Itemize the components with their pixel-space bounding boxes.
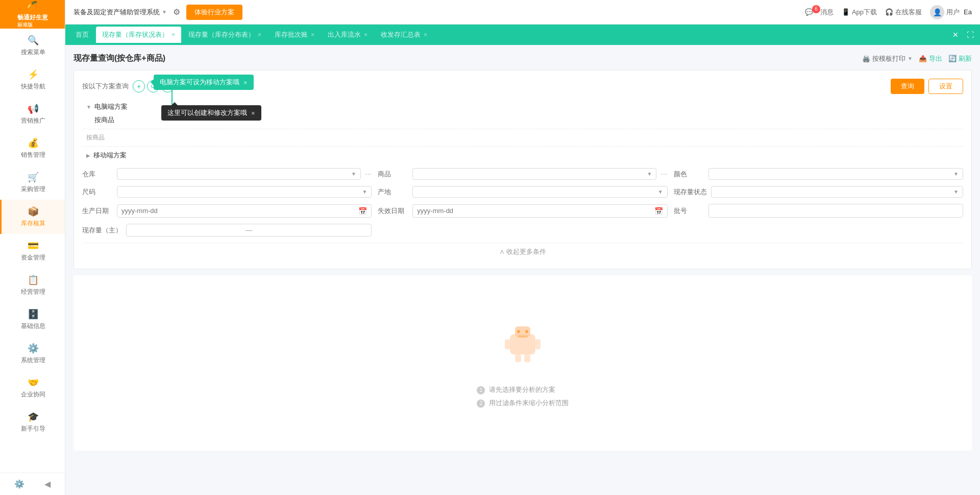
empty-step2: 2 用过滤条件来缩小分析范围	[477, 396, 569, 410]
sidebar-menu-newbie[interactable]: 🎓 新手引导	[0, 405, 65, 439]
messages-action[interactable]: 💬 6 消息	[805, 8, 834, 17]
page-header: 现存量查询(按仓库+商品) 🖨️ 按模板打印 ▼ 📤 导出 🔄 刷新	[74, 53, 972, 64]
basic-icon: 🗄️	[28, 309, 39, 320]
filter-inventory-qty: 现存量（主） —	[82, 224, 372, 237]
app-download-action[interactable]: 📱 App下载	[842, 8, 877, 17]
close-all-tabs-icon[interactable]: ✕	[950, 29, 961, 41]
tab-batch-ledger[interactable]: 库存批次账 ×	[268, 27, 321, 43]
svg-point-3	[525, 330, 528, 333]
goods-more-icon[interactable]: ···	[660, 170, 667, 179]
system-selector[interactable]: 装备及固定资产辅助管理系统 ▼	[74, 8, 167, 17]
finance-icon: 💳	[28, 240, 39, 251]
calendar-icon-to[interactable]: 📅	[654, 207, 663, 215]
popover-scheme: 电脑方案可设为移动方案哦 ×	[154, 75, 254, 90]
industry-btn[interactable]: 体验行业方案	[186, 5, 242, 20]
empty-illustration	[497, 316, 548, 375]
set-btn[interactable]: 设置	[928, 79, 963, 94]
origin-select[interactable]: ▼	[412, 186, 667, 198]
scheme-mobile[interactable]: ▶ 移动端方案	[82, 149, 963, 162]
sidebar-menu-finance[interactable]: 💳 资金管理	[0, 234, 65, 268]
tab-inventory-status-close[interactable]: ×	[172, 31, 175, 38]
inventory-qty-to[interactable]	[254, 226, 367, 234]
size-select[interactable]: ▼	[117, 186, 372, 198]
sidebar-menu-quick[interactable]: ⚡ 快捷导航	[0, 63, 65, 97]
sidebar-menu-basic[interactable]: 🗄️ 基础信息	[0, 302, 65, 337]
tab-inventory-dist[interactable]: 现存量（库存分布表） ×	[182, 27, 267, 43]
inventory-status-select[interactable]: ▼	[711, 186, 963, 198]
sidebar-menu-enterprise[interactable]: 🤝 企业协同	[0, 371, 65, 405]
expand-tab-icon[interactable]: ⛶	[965, 29, 976, 41]
tab-inventory-status[interactable]: 现存量（库存状况表） ×	[96, 27, 181, 43]
sales-icon: 💰	[28, 137, 39, 149]
sidebar-menu-inventory[interactable]: 📦 库存核算	[0, 200, 65, 234]
expand-desktop-icon: ▼	[86, 104, 91, 110]
search-icon: 🔍	[28, 35, 39, 46]
print-btn[interactable]: 🖨️ 按模板打印 ▼	[862, 54, 913, 63]
goods-select[interactable]: ▼	[412, 168, 656, 180]
tab-in-out-flow[interactable]: 出入库流水 ×	[322, 27, 374, 43]
tab-batch-ledger-close[interactable]: ×	[311, 31, 314, 38]
collapse-sidebar-icon[interactable]: ◀	[44, 479, 51, 489]
add-scheme-icon[interactable]: +	[133, 80, 145, 92]
filter-row-3: 生产日期 📅 失效日期 📅 批号	[82, 204, 963, 218]
production-date-from-input[interactable]	[121, 207, 358, 215]
expiry-date-input-field[interactable]	[417, 207, 654, 215]
production-date-from[interactable]: 📅	[117, 204, 372, 218]
tabbar: 首页 现存量（库存状况表） × 现存量（库存分布表） × 库存批次账 × 出入库…	[65, 25, 980, 45]
query-btn[interactable]: 查询	[891, 79, 924, 94]
inventory-qty-range: —	[126, 224, 372, 237]
system-dropdown-icon: ▼	[162, 9, 167, 15]
filter-area: 按以下方案查询 + ↺ ← 电脑方案可设为移动方案哦 × 这里可以创建和修改方案…	[74, 70, 972, 269]
sidebar-menu-sales[interactable]: 💰 销售管理	[0, 131, 65, 166]
topbar-right: 💬 6 消息 📱 App下载 🎧 在线客服 👤 用户 Ea	[805, 5, 972, 19]
content-area: 现存量查询(按仓库+商品) 🖨️ 按模板打印 ▼ 📤 导出 🔄 刷新	[65, 45, 980, 495]
print-icon: 🖨️	[862, 55, 870, 62]
filter-batch-no: 批号	[674, 204, 963, 218]
operations-icon: 📋	[28, 274, 39, 286]
svg-rect-8	[524, 355, 530, 362]
inventory-qty-from[interactable]	[131, 226, 243, 234]
popover-create-close[interactable]: ×	[251, 109, 255, 117]
sidebar-menu-operations[interactable]: 📋 经营管理	[0, 268, 65, 302]
sidebar-menu-system[interactable]: ⚙️ 系统管理	[0, 337, 65, 371]
print-dropdown-icon: ▼	[908, 56, 913, 61]
color-select[interactable]: ▼	[708, 168, 963, 180]
svg-rect-6	[535, 339, 541, 349]
topbar: 装备及固定资产辅助管理系统 ▼ ⚙ 体验行业方案 💬 6 消息 📱 App下载 …	[65, 0, 980, 25]
warehouse-select[interactable]: ▼	[117, 168, 361, 180]
filter-goods: 商品 ▼ ···	[378, 168, 667, 180]
phone-icon: 📱	[842, 8, 850, 16]
svg-rect-5	[505, 339, 510, 349]
calendar-icon-from[interactable]: 📅	[358, 207, 367, 215]
export-btn[interactable]: 📤 导出	[919, 54, 942, 63]
user-action[interactable]: 👤 用户 Ea	[930, 5, 972, 19]
tab-collection-summary[interactable]: 收发存汇总表 ×	[375, 27, 433, 43]
filter-production-date: 生产日期 📅	[82, 204, 372, 218]
tab-collection-summary-close[interactable]: ×	[424, 31, 427, 38]
svg-rect-7	[515, 355, 521, 362]
sidebar-menu-marketing[interactable]: 📢 营销推广	[0, 97, 65, 131]
online-support-action[interactable]: 🎧 在线客服	[885, 8, 922, 17]
collapse-bar[interactable]: ∧ 收起更多条件	[82, 243, 963, 261]
filter-row-2: 尺码 ▼ 产地 ▼ 现存量状态	[82, 186, 963, 198]
batch-no-input[interactable]	[708, 204, 963, 218]
settings-bottom-icon[interactable]: ⚙️	[14, 479, 24, 489]
sidebar-logo: 🍊 畅通好生意 标准版	[0, 0, 65, 29]
export-icon: 📤	[919, 55, 927, 62]
sidebar-menu-purchase[interactable]: 🛒 采购管理	[0, 166, 65, 200]
topbar-settings-icon[interactable]: ⚙	[173, 7, 180, 17]
filter-size: 尺码 ▼	[82, 186, 372, 198]
logo-text: 畅通好生意 标准版	[17, 14, 48, 29]
tab-in-out-flow-close[interactable]: ×	[364, 31, 368, 38]
inventory-icon: 📦	[28, 206, 39, 217]
scheme-label-hidden: 按商品	[82, 131, 963, 144]
headset-icon: 🎧	[885, 8, 893, 16]
sidebar-menu-search[interactable]: 🔍 搜索菜单	[0, 29, 65, 63]
enterprise-icon: 🤝	[28, 377, 39, 388]
tab-inventory-dist-close[interactable]: ×	[258, 31, 261, 38]
refresh-btn[interactable]: 🔄 刷新	[948, 54, 972, 63]
warehouse-more-icon[interactable]: ···	[365, 170, 372, 179]
expiry-date-input[interactable]: 📅	[412, 204, 667, 218]
tab-home[interactable]: 首页	[69, 27, 95, 43]
popover-scheme-close[interactable]: ×	[243, 79, 248, 86]
